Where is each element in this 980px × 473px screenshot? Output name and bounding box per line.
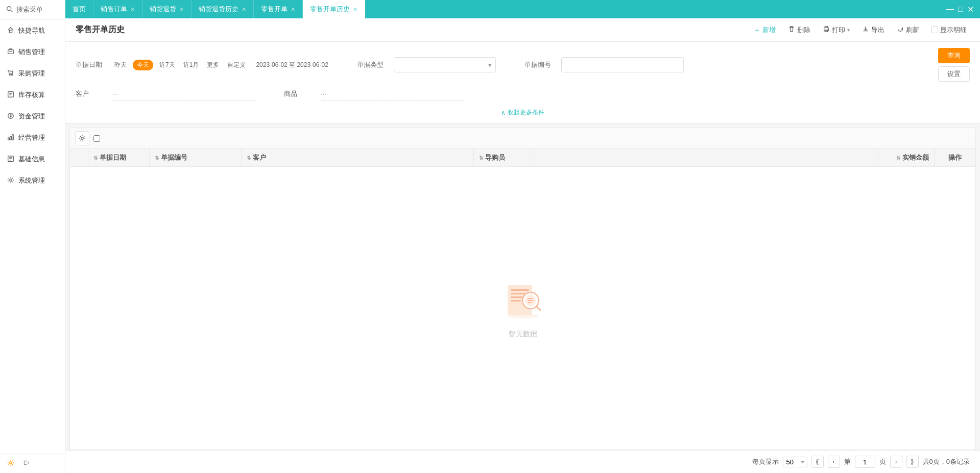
query-button[interactable]: 查询: [938, 48, 970, 63]
sidebar-item-operations[interactable]: 经营管理: [0, 127, 65, 148]
sidebar-item-label: 销售管理: [18, 47, 45, 57]
svg-rect-13: [12, 134, 14, 140]
date-last-month[interactable]: 近1月: [181, 60, 201, 70]
display-detail-button[interactable]: 显示明细: [928, 23, 970, 37]
th-client[interactable]: ⇅ 客户: [242, 149, 474, 166]
sidebar-item-label: 资金管理: [18, 112, 45, 121]
collapse-filter-btn[interactable]: ∧ 收起更多条件: [76, 106, 970, 121]
export-icon: [862, 26, 869, 34]
tab-sales-return-label: 销货退货: [150, 5, 176, 14]
refresh-icon: [897, 26, 904, 34]
sidebar-item-sales-mgmt[interactable]: 销售管理: [0, 41, 65, 63]
per-page-select[interactable]: 50 10 20 100: [783, 457, 807, 467]
th-date-sort-icon[interactable]: ⇅: [93, 155, 98, 161]
sidebar-collapse-icon[interactable]: [22, 459, 30, 468]
search-menu-label: 搜索采单: [16, 5, 43, 14]
svg-point-21: [81, 137, 83, 139]
th-amount[interactable]: ⇅ 实销金额: [878, 149, 935, 166]
search-menu-item[interactable]: 搜索采单: [0, 0, 65, 20]
client-label: 客户: [76, 89, 104, 98]
export-button[interactable]: 导出: [859, 23, 888, 37]
svg-line-1: [11, 10, 12, 12]
th-no-sort-icon[interactable]: ⇅: [155, 155, 159, 161]
client-input[interactable]: [112, 87, 255, 101]
sidebar-item-basic-info[interactable]: 基础信息: [0, 148, 65, 170]
home-icon: [7, 27, 14, 35]
tab-retail-open[interactable]: 零售开单 ✕: [254, 0, 303, 18]
close-sales-order-icon[interactable]: ✕: [130, 6, 135, 13]
th-client-sort-icon[interactable]: ⇅: [247, 155, 251, 161]
th-amount-label: 实销金额: [902, 153, 929, 162]
sidebar-bottom: [0, 454, 65, 473]
export-label: 导出: [871, 26, 885, 35]
main-content: 首页 销售订单 ✕ 销货退货 ✕ 销货退货历史 ✕ 零售开单 ✕ 零售开单历史 …: [65, 0, 980, 473]
sidebar-item-inventory[interactable]: 库存核算: [0, 84, 65, 106]
tab-sales-return-history[interactable]: 销货退货历史 ✕: [192, 0, 254, 18]
date-last7[interactable]: 近7天: [157, 60, 177, 70]
doc-no-input[interactable]: [561, 57, 684, 72]
settings-icon[interactable]: [7, 459, 14, 468]
purchase-icon: [7, 69, 14, 78]
settings-button[interactable]: 设置: [938, 66, 970, 82]
sidebar-item-label: 采购管理: [18, 69, 45, 78]
close-retail-open-history-icon[interactable]: ✕: [353, 6, 357, 13]
date-custom[interactable]: 自定义: [225, 60, 248, 70]
page-title: 零售开单历史: [76, 24, 125, 35]
date-shortcuts: 昨天 今天 近7天 近1月 更多 自定义: [112, 60, 248, 70]
maximize-icon[interactable]: □: [958, 5, 963, 14]
print-dropdown-icon[interactable]: ▾: [847, 27, 850, 33]
operations-icon: [7, 134, 14, 142]
sidebar-item-quick-nav[interactable]: 快捷导航: [0, 20, 65, 41]
sidebar-item-system[interactable]: 系统管理: [0, 170, 65, 191]
tab-sales-return[interactable]: 销货退货 ✕: [142, 0, 192, 18]
print-button[interactable]: 打印 ▾: [820, 23, 853, 37]
close-retail-open-icon[interactable]: ✕: [291, 6, 295, 13]
date-today[interactable]: 今天: [133, 60, 153, 70]
date-more[interactable]: 更多: [205, 60, 221, 70]
svg-rect-25: [511, 293, 525, 294]
sidebar: 搜索采单 快捷导航 销售管理 采购管理: [0, 0, 65, 473]
next-page-button[interactable]: ›: [890, 456, 902, 468]
tab-sales-order[interactable]: 销售订单 ✕: [93, 0, 142, 18]
goods-input[interactable]: [321, 87, 464, 101]
sidebar-item-finance[interactable]: 资金管理: [0, 106, 65, 127]
table-area: ⇅ 单据日期 ⇅ 单据编号 ⇅ 客户 ⇅ 导购员 ⇅ 实销金额 操作: [69, 128, 976, 450]
date-yesterday[interactable]: 昨天: [112, 60, 129, 70]
tab-sales-return-history-label: 销货退货历史: [199, 5, 238, 14]
sales-icon: [7, 48, 14, 57]
minimize-icon[interactable]: —: [946, 5, 954, 14]
close-sales-return-history-icon[interactable]: ✕: [242, 6, 246, 13]
sidebar-item-purchase-mgmt[interactable]: 采购管理: [0, 63, 65, 84]
search-icon: [6, 6, 13, 14]
prev-page-button[interactable]: ‹: [828, 456, 840, 468]
th-date[interactable]: ⇅ 单据日期: [88, 149, 150, 166]
tab-retail-open-history[interactable]: 零售开单历史 ✕: [303, 0, 365, 18]
th-checkbox: [70, 149, 88, 166]
svg-line-30: [536, 306, 540, 310]
window-close-icon[interactable]: ✕: [967, 5, 974, 14]
doc-type-select[interactable]: [394, 57, 496, 72]
refresh-button[interactable]: 刷新: [894, 23, 922, 37]
sidebar-item-label: 系统管理: [18, 176, 45, 185]
th-guide-sort-icon[interactable]: ⇅: [479, 155, 483, 161]
page-input[interactable]: [855, 456, 875, 468]
select-all-checkbox[interactable]: [93, 135, 100, 142]
tab-retail-open-history-label: 零售开单历史: [310, 5, 350, 14]
delete-button[interactable]: 删除: [785, 23, 814, 37]
table-settings-icon[interactable]: [75, 131, 89, 145]
basic-info-icon: [7, 155, 14, 164]
th-guide[interactable]: ⇅ 导购员: [474, 149, 535, 166]
last-page-button[interactable]: ⟫: [906, 456, 919, 468]
close-sales-return-icon[interactable]: ✕: [179, 6, 184, 13]
th-action: 操作: [935, 149, 975, 166]
th-no[interactable]: ⇅ 单据编号: [150, 149, 242, 166]
tab-home[interactable]: 首页: [65, 0, 93, 18]
th-amount-sort-icon[interactable]: ⇅: [896, 155, 900, 161]
add-button[interactable]: ＋ 新增: [751, 23, 779, 37]
svg-point-19: [10, 462, 12, 464]
pagination-bar: 每页显示 50 10 20 100 ⟪ ‹ 第 页 › ⟫ 共0页，0条记录: [65, 450, 980, 473]
print-label: 打印: [832, 26, 845, 35]
first-page-button[interactable]: ⟪: [811, 456, 824, 468]
svg-rect-24: [511, 289, 529, 291]
tab-retail-open-label: 零售开单: [261, 5, 288, 14]
